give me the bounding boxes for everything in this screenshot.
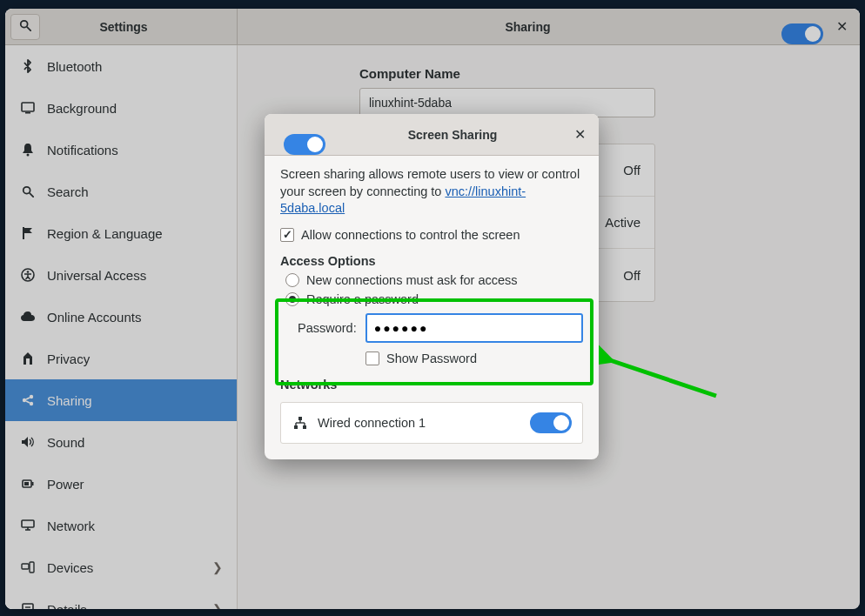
sidebar-item-devices[interactable]: Devices ❯ <box>5 546 237 588</box>
bell-icon <box>19 141 37 158</box>
svg-rect-21 <box>22 564 29 569</box>
sidebar-item-background[interactable]: Background <box>5 87 237 129</box>
details-icon <box>19 600 37 609</box>
allow-control-checkbox-row[interactable]: Allow connections to control the screen <box>280 228 583 242</box>
radio-icon <box>285 273 299 287</box>
settings-title: Settings <box>45 20 202 34</box>
show-password-checkbox-row[interactable]: Show Password <box>365 352 583 365</box>
window-close-button[interactable]: ✕ <box>828 14 855 40</box>
sidebar-item-label: Universal Access <box>47 268 146 283</box>
screen-sharing-switch[interactable] <box>284 134 325 155</box>
sidebar-item-notifications[interactable]: Notifications <box>5 129 237 171</box>
network-row: Wired connection 1 <box>281 403 582 443</box>
computer-name-input[interactable] <box>359 88 655 117</box>
checkbox-icon <box>365 352 379 365</box>
dialog-header: Screen Sharing ✕ <box>265 114 599 156</box>
flag-icon <box>19 224 37 242</box>
svg-point-4 <box>27 154 30 157</box>
search-icon <box>19 183 37 200</box>
devices-icon <box>19 559 37 576</box>
sidebar-item-universal-access[interactable]: Universal Access <box>5 254 237 296</box>
radio-label: New connections must ask for access <box>306 273 518 287</box>
share-row-status: Active <box>605 215 640 230</box>
sidebar-item-search[interactable]: Search <box>5 171 237 212</box>
sidebar-item-privacy[interactable]: Privacy <box>5 338 237 379</box>
svg-rect-3 <box>25 112 30 114</box>
radio-label: Require a password <box>306 292 419 306</box>
sidebar-item-label: Sound <box>47 435 84 450</box>
networks-heading: Networks <box>280 378 583 392</box>
accessibility-icon <box>19 266 37 284</box>
radio-icon <box>285 292 299 306</box>
screen-sharing-dialog: Screen Sharing ✕ Screen sharing allows r… <box>265 114 599 459</box>
header-left: Settings <box>5 9 238 44</box>
svg-point-0 <box>21 20 28 27</box>
svg-point-12 <box>30 402 33 405</box>
networks-list: Wired connection 1 <box>280 402 583 444</box>
cloud-icon <box>19 308 37 325</box>
allow-control-label: Allow connections to control the screen <box>301 228 520 242</box>
svg-rect-2 <box>22 103 34 111</box>
window-header: Settings Sharing ✕ <box>5 9 860 45</box>
sidebar-item-sound[interactable]: Sound <box>5 421 237 463</box>
close-icon: ✕ <box>836 18 848 35</box>
sidebar-item-label: Privacy <box>47 352 90 366</box>
privacy-icon <box>19 350 37 367</box>
network-switch[interactable] <box>530 412 572 433</box>
sound-icon <box>19 433 37 451</box>
computer-name-label: Computer Name <box>359 66 808 81</box>
radio-ask-for-access[interactable]: New connections must ask for access <box>285 273 583 287</box>
svg-rect-28 <box>303 425 306 429</box>
svg-rect-18 <box>22 520 34 527</box>
share-row-status: Off <box>623 163 640 177</box>
sidebar-item-bluetooth[interactable]: Bluetooth <box>5 45 237 87</box>
sidebar-item-label: Online Accounts <box>47 310 141 325</box>
dialog-title: Screen Sharing <box>317 128 588 142</box>
svg-point-5 <box>23 187 30 194</box>
svg-rect-17 <box>24 482 29 485</box>
svg-rect-27 <box>294 425 298 429</box>
search-button[interactable] <box>10 14 40 40</box>
close-icon: ✕ <box>574 126 586 143</box>
svg-rect-26 <box>298 417 302 420</box>
radio-require-password[interactable]: Require a password <box>285 292 583 306</box>
bluetooth-icon <box>19 57 37 75</box>
sidebar-item-label: Sharing <box>47 393 92 408</box>
svg-point-10 <box>23 398 26 402</box>
power-icon <box>19 475 37 492</box>
background-icon <box>19 99 37 117</box>
network-name: Wired connection 1 <box>318 416 530 430</box>
dialog-description: Screen sharing allows remote users to vi… <box>280 166 583 218</box>
search-icon <box>19 19 31 35</box>
svg-line-1 <box>27 27 30 30</box>
svg-rect-16 <box>32 482 34 485</box>
svg-line-6 <box>30 193 33 197</box>
sidebar-item-power[interactable]: Power <box>5 463 237 505</box>
svg-line-14 <box>26 401 30 403</box>
sidebar-item-label: Background <box>47 101 117 116</box>
sidebar-item-network[interactable]: Network <box>5 505 237 546</box>
chevron-right-icon: ❯ <box>212 602 223 609</box>
sidebar-item-label: Devices <box>47 560 93 575</box>
dialog-close-button[interactable]: ✕ <box>569 124 590 145</box>
sidebar-item-label: Notifications <box>47 143 118 157</box>
password-input[interactable] <box>365 313 583 343</box>
sidebar-item-label: Bluetooth <box>47 59 102 74</box>
sidebar-item-sharing[interactable]: Sharing <box>5 379 237 421</box>
sidebar-item-region-language[interactable]: Region & Language <box>5 212 237 254</box>
header-right: Sharing ✕ <box>238 9 860 44</box>
svg-line-13 <box>26 398 30 399</box>
page-title: Sharing <box>238 20 818 34</box>
sharing-master-switch[interactable] <box>781 23 823 44</box>
svg-rect-23 <box>23 604 33 609</box>
sidebar-item-online-accounts[interactable]: Online Accounts <box>5 296 237 338</box>
sidebar-item-label: Region & Language <box>47 226 163 241</box>
show-password-label: Show Password <box>386 352 477 365</box>
sidebar-item-label: Network <box>47 519 95 533</box>
chevron-right-icon: ❯ <box>212 560 223 574</box>
sidebar-item-details[interactable]: Details ❯ <box>5 588 237 609</box>
access-options-heading: Access Options <box>280 254 583 268</box>
sidebar: Bluetooth Background Notifications Searc… <box>5 45 238 609</box>
svg-rect-22 <box>30 562 34 572</box>
share-row-status: Off <box>623 268 640 283</box>
